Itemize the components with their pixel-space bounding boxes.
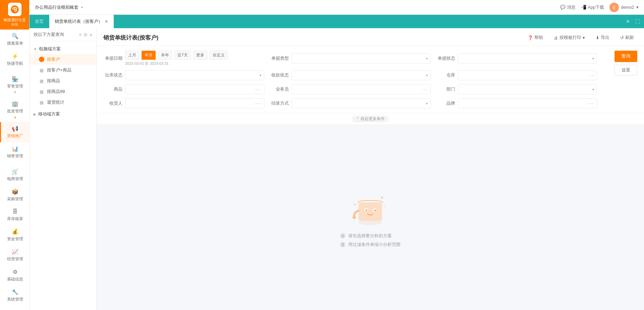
- scheme-group-mobile-header[interactable]: ▶ 移动端方案: [30, 109, 96, 119]
- date-range-display: 2023-03-01 至 2023-03-31: [125, 61, 264, 66]
- message-button[interactable]: 💬 消息: [560, 4, 576, 10]
- scheme-item-by-product-99[interactable]: ▦ 按商品99: [30, 86, 96, 97]
- user-profile-button[interactable]: E demo2 ▾: [609, 3, 639, 12]
- tab-sales-stats[interactable]: 销货单统计表（按客户） ✕: [49, 15, 114, 28]
- retail-expand-icon: ▼: [14, 91, 17, 94]
- filter-status-cell: 单据状态 ▾: [436, 51, 597, 66]
- scheme-item-by-product[interactable]: ▦ 按商品: [30, 75, 96, 86]
- sidebar-item-retail[interactable]: 🏪 零售管理 ▼: [0, 72, 29, 97]
- scheme-add-button[interactable]: +: [79, 32, 82, 37]
- svg-text:✦: ✦: [380, 195, 384, 200]
- product-select[interactable]: ···: [125, 84, 264, 94]
- tab-close-icon[interactable]: ✕: [105, 19, 108, 24]
- sidebar-item-marketing[interactable]: 📢 营销推广: [0, 122, 29, 142]
- query-button[interactable]: 查询: [614, 51, 637, 62]
- export-button[interactable]: ⬇ 导出: [592, 33, 613, 42]
- sidebar-item-sales[interactable]: 📊 销售管理: [0, 142, 29, 162]
- paystatus-select[interactable]: ▾: [291, 70, 431, 80]
- date-more[interactable]: 更多: [193, 51, 207, 60]
- tab-sales-stats-label: 销货单统计表（按客户）: [55, 18, 103, 24]
- sidebar-item-search[interactable]: 🔍 搜索菜单: [0, 30, 29, 50]
- basic-icon: ⚙: [13, 269, 17, 275]
- svg-point-9: [374, 210, 376, 211]
- collapse-button[interactable]: ⌃ 收起更多条件: [352, 115, 389, 122]
- app-download-button[interactable]: 📲 App下载: [581, 4, 604, 10]
- paystatus-arrow: ▾: [426, 73, 428, 77]
- date-last-7-days[interactable]: 近7天: [174, 51, 191, 60]
- header-left: 办公用品行业模拟账套 ▾: [35, 4, 83, 10]
- sidebar-item-finance[interactable]: 💰 资金管理: [0, 225, 29, 245]
- tab-home[interactable]: 首页: [30, 15, 49, 28]
- recipient-select[interactable]: ···: [125, 98, 264, 108]
- brand-label: 品牌: [436, 100, 458, 106]
- brand-select[interactable]: ···: [458, 98, 597, 108]
- filter-warehouse-cell: 仓库 ···: [436, 70, 597, 80]
- scheme-collapse-button[interactable]: «: [90, 32, 92, 37]
- app-subtitle: 标版: [11, 22, 18, 27]
- sidebar-item-basic[interactable]: ⚙ 基础信息: [0, 265, 29, 286]
- svg-point-1: [14, 9, 15, 10]
- warehouse-dots: ···: [588, 72, 594, 78]
- salesperson-select[interactable]: ···: [291, 84, 431, 94]
- page-toolbar: ❓ 帮助 🖨 按模板打印 ▾ ⬇ 导出 ↺ 刷新: [524, 33, 637, 42]
- status-select[interactable]: ▾: [458, 53, 597, 63]
- date-this-year[interactable]: 本年: [158, 51, 172, 60]
- sidebar-item-ecommerce[interactable]: 🛒 电商管理: [0, 165, 29, 185]
- print-label: 按模板打印: [559, 35, 581, 41]
- filter-action-buttons: 查询 设置: [614, 51, 637, 75]
- by-customer-label: 按客户: [47, 56, 60, 62]
- recipient-label: 收货人: [103, 100, 125, 106]
- filter-recipient-cell: 收货人 ···: [103, 98, 264, 108]
- settlement-label: 结算方式: [270, 100, 291, 106]
- sidebar-item-operations[interactable]: 📈 经营管理: [0, 245, 29, 265]
- sidebar-item-inventory[interactable]: 🗄 库存核算: [0, 205, 29, 225]
- help-button[interactable]: ❓ 帮助: [524, 33, 546, 42]
- tab-minimize-icon[interactable]: ✕: [625, 17, 631, 25]
- sidebar-item-enterprise[interactable]: 🤝 企业协同: [0, 306, 29, 310]
- return-stats-icon: ▦: [39, 100, 44, 105]
- desktop-group-label: 电脑端方案: [39, 46, 61, 52]
- scheme-edit-button[interactable]: ⊙: [84, 32, 88, 37]
- outstatus-select[interactable]: ▾: [125, 70, 264, 80]
- settlement-select[interactable]: ▾: [291, 98, 431, 108]
- quicknav-icon: ⚡: [12, 53, 18, 59]
- scheme-group-desktop-header[interactable]: ▼ 电脑端方案: [30, 44, 96, 54]
- refresh-label: 刷新: [625, 35, 634, 41]
- purchase-icon: 📦: [12, 189, 18, 195]
- scheme-item-by-customer[interactable]: 按客户: [30, 54, 96, 65]
- export-label: 导出: [601, 35, 609, 41]
- settings-button[interactable]: 设置: [614, 65, 637, 75]
- help-label: 帮助: [534, 35, 543, 41]
- print-button[interactable]: 🖨 按模板打印 ▾: [550, 33, 588, 42]
- dept-label: 部门: [436, 86, 458, 92]
- header-dropdown-icon[interactable]: ▾: [81, 5, 83, 9]
- top-header: 办公用品行业模拟账套 ▾ 💬 消息 📲 App下载 E demo2: [30, 0, 644, 15]
- user-dropdown-icon: ▾: [636, 5, 639, 10]
- salesperson-label: 业务员: [270, 86, 291, 92]
- dept-select[interactable]: ▾: [458, 84, 597, 94]
- date-this-month[interactable]: 本月: [142, 51, 156, 60]
- filter-row-2: 出库状态 ▾ 收款状态 ▾ 仓库: [103, 70, 637, 80]
- warehouse-select[interactable]: ···: [458, 70, 597, 80]
- sidebar-item-inventory-label: 库存核算: [7, 216, 23, 222]
- sidebar-item-purchase[interactable]: 📦 采购管理: [0, 185, 29, 205]
- sidebar-item-wholesale[interactable]: 🏢 批发管理 ▲: [0, 97, 29, 122]
- paystatus-label: 收款状态: [270, 72, 291, 78]
- sidebar-item-quicknav[interactable]: ⚡ 快捷导航: [0, 50, 29, 70]
- user-name-label: demo2: [621, 5, 634, 10]
- collapse-up-icon: ⌃: [356, 117, 359, 121]
- recipient-dots: ···: [255, 101, 261, 106]
- tab-maximize-icon[interactable]: ⛶: [634, 17, 641, 25]
- outstatus-label: 出库状态: [103, 72, 125, 78]
- filter-row-3: 商品 ··· 业务员 ··· 部门: [103, 84, 637, 94]
- date-last-month[interactable]: 上月: [125, 51, 139, 60]
- svg-text:✦: ✦: [354, 203, 356, 206]
- app-name-label: 畅捷通好生意: [4, 17, 26, 22]
- sidebar-item-wholesale-label: 批发管理: [7, 108, 23, 114]
- scheme-item-by-customer-product[interactable]: ▦ 按客户+商品: [30, 65, 96, 75]
- type-select[interactable]: ▾: [291, 53, 431, 63]
- refresh-button[interactable]: ↺ 刷新: [617, 33, 637, 42]
- date-custom[interactable]: 自定义: [210, 51, 228, 60]
- scheme-item-return-stats[interactable]: ▦ 退货统计: [30, 97, 96, 108]
- sidebar-item-system[interactable]: 🔧 系统管理: [0, 286, 29, 306]
